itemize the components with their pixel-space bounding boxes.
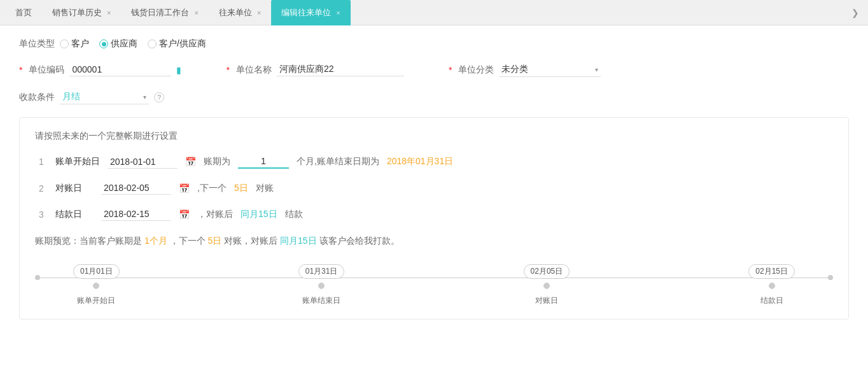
payment-date-input[interactable] [101,208,171,221]
radio-customer-supplier-label: 客户/供应商 [159,38,206,50]
main-content: 单位类型 客户 供应商 客户/供应商 * 单位编码 [0,25,868,387]
unit-code-required: * [19,65,22,75]
billing-start-desc-after: 个月,账单结束日期为 [297,156,379,167]
timeline-point-1: 01月01日 账单开始日 [73,264,120,306]
billing-start-desc-before: 账期为 [204,156,230,167]
timeline-dot-4 [769,283,775,289]
timeline-right-end [828,275,833,280]
reconcile-desc1: ,下一个 [197,183,227,194]
timeline-point-3: 02月05日 对账日 [524,264,570,306]
unit-name-field: * 单位名称 [226,63,403,76]
unit-category-dropdown[interactable]: 未分类 ▾ [499,62,601,77]
timeline-label-1: 账单开始日 [77,295,115,306]
preview-prefix: 账期预览：当前客户账期是 [35,236,142,246]
timeline-label-2: 账单结束日 [302,295,340,306]
timeline-date-4: 02月15日 [748,264,795,279]
reconcile-desc2: 对账 [256,183,274,194]
close-tab-cash-work[interactable]: × [194,9,198,17]
payment-highlight: 同月15日 [241,209,277,220]
unit-type-field: 单位类型 客户 供应商 客户/供应商 [19,38,206,50]
tabs-bar: 首页 销售订单历史 × 钱货日清工作台 × 往来单位 × 编辑往来单位 × ❯ [0,0,868,25]
preview-text: 账期预览：当前客户账期是 1个月 ，下一个 5日 对账，对账后 同月15日 该客… [35,234,833,248]
radio-customer-label: 客户 [71,38,89,50]
tab-sales-history[interactable]: 销售订单历史 × [42,0,121,25]
unit-name-required: * [226,65,229,75]
timeline-point-2: 01月31日 账单结束日 [298,264,345,306]
row-num-2: 2 [35,183,48,194]
unit-type-radio-group: 客户 供应商 客户/供应商 [60,38,206,50]
timeline-dot-3 [543,283,550,289]
billing-start-label: 账单开始日 [55,156,100,167]
row-num-1: 1 [35,157,48,167]
preview-highlight1: 1个月 [144,236,167,246]
billing-start-row: 1 账单开始日 📅 账期为 个月,账单结束日期为 2018年01月31日 [35,155,833,169]
reconcile-date-input[interactable] [101,181,171,195]
payment-desc2: 结款 [285,209,303,220]
unit-code-label: 单位编码 [29,64,64,76]
payment-date-row: 3 结款日 📅 ，对账后 同月15日 结款 [35,208,833,221]
reconcile-date-row: 2 对账日 📅 ,下一个 5日 对账 [35,181,833,195]
payment-terms-field: 收款条件 月结 ▾ ? [19,90,164,104]
timeline-date-1: 01月01日 [73,264,120,279]
payment-terms-dropdown[interactable]: 月结 ▾ [60,90,149,104]
radio-supplier-circle [99,39,108,48]
close-tab-partners[interactable]: × [257,9,261,17]
unit-category-chevron: ▾ [595,66,598,73]
radio-customer[interactable]: 客户 [60,38,89,50]
unit-type-label: 单位类型 [19,38,55,50]
unit-type-row: 单位类型 客户 供应商 客户/供应商 [19,38,849,50]
billing-start-date[interactable] [108,155,178,169]
section-title: 请按照未来的一个完整帐期进行设置 [35,130,833,142]
unit-code-input[interactable] [69,63,171,76]
payment-terms-help-icon[interactable]: ? [154,92,164,102]
tab-partners[interactable]: 往来单位 × [209,0,271,25]
timeline-label-4: 结款日 [760,295,783,306]
payment-terms-value: 月结 [62,91,80,102]
tab-cash-work[interactable]: 钱货日清工作台 × [121,0,208,25]
unit-category-value: 未分类 [501,64,528,75]
radio-customer-circle [60,39,69,48]
payment-calendar-icon[interactable]: 📅 [179,209,190,220]
copy-icon[interactable]: ▮ [176,65,181,75]
radio-customer-supplier-circle [148,39,157,48]
timeline-label-3: 对账日 [535,295,558,306]
unit-info-row: * 单位编码 ▮ * 单位名称 * 单位分类 未分类 ▾ [19,62,849,77]
reconcile-highlight: 5日 [234,183,248,194]
close-tab-sales-history[interactable]: × [107,9,111,17]
unit-category-field: * 单位分类 未分类 ▾ [449,62,601,77]
radio-supplier-label: 供应商 [111,38,137,50]
unit-category-required: * [449,65,452,75]
radio-customer-supplier[interactable]: 客户/供应商 [148,38,206,50]
timeline-point-4: 02月15日 结款日 [748,264,795,306]
unit-code-field: * 单位编码 ▮ [19,63,181,76]
payment-terms-chevron: ▾ [143,94,146,101]
preview-text2: ，下一个 [170,236,206,246]
preview-suffix: 该客户会给我打款。 [319,236,400,246]
payment-terms-label: 收款条件 [19,92,55,103]
unit-name-label: 单位名称 [236,64,272,76]
row-num-3: 3 [35,209,48,220]
timeline-line [35,278,833,278]
timeline-dot-2 [318,283,325,289]
timeline-dot-1 [93,283,99,289]
preview-text3: 对账，对账后 [224,236,277,246]
preview-highlight2: 5日 [207,236,221,246]
period-value-input[interactable] [238,155,289,169]
tab-edit-partner[interactable]: 编辑往来单位 × [271,0,350,25]
payment-date-label: 结款日 [55,209,94,220]
chevron-right-icon: ❯ [851,8,859,18]
tabs-expand-button[interactable]: ❯ [848,0,863,25]
tab-home[interactable]: 首页 [5,0,42,25]
timeline-date-2: 01月31日 [298,264,345,279]
unit-name-input[interactable] [277,63,404,76]
preview-highlight3: 同月15日 [280,236,317,246]
timeline-points: 01月01日 账单开始日 01月31日 账单结束日 02月05日 对账日 [35,264,833,306]
timeline: 01月01日 账单开始日 01月31日 账单结束日 02月05日 对账日 [35,258,833,306]
reconcile-calendar-icon[interactable]: 📅 [179,183,190,194]
payment-desc1: ，对账后 [197,209,233,220]
period-settings-section: 请按照未来的一个完整帐期进行设置 1 账单开始日 📅 账期为 个月,账单结束日期… [19,117,849,320]
close-tab-edit-partner[interactable]: × [336,9,340,17]
radio-supplier[interactable]: 供应商 [99,38,137,50]
billing-start-calendar-icon[interactable]: 📅 [185,157,196,167]
unit-category-label: 单位分类 [458,64,494,76]
